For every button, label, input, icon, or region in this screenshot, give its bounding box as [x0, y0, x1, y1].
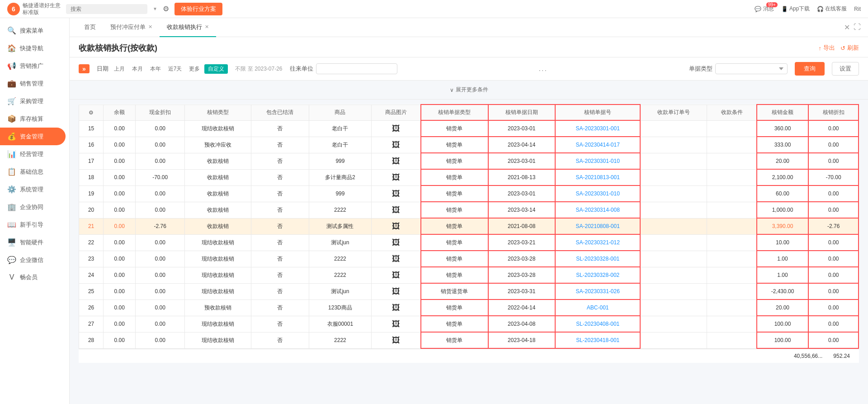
cell-goods: 999	[309, 185, 371, 202]
cell-no: 25	[79, 283, 104, 299]
cell-cancel-bill-date: 2023-03-14	[488, 202, 555, 218]
cell-cancel-bill-no[interactable]: SL-20230418-001	[555, 332, 640, 348]
cell-receipt-condition	[707, 218, 757, 234]
cell-cancel-bill-no[interactable]: SL-20230408-001	[555, 316, 640, 332]
cell-no: 28	[79, 332, 104, 348]
tab-prepay[interactable]: 预付冲应付单 ✕	[103, 18, 160, 37]
settings-button[interactable]: 设置	[832, 62, 859, 76]
refresh-button[interactable]: ↺ 刷新	[840, 44, 859, 52]
filter-collapse-btn[interactable]: »	[79, 64, 90, 73]
filter-counterpart-input[interactable]	[316, 63, 397, 74]
cell-cancel-bill-no[interactable]: SA-20210813-001	[555, 169, 640, 185]
chart-icon: 📊	[7, 150, 16, 158]
clipboard-icon: 📋	[7, 167, 16, 176]
tab-receipt-cancel[interactable]: 收款核销执行 ✕	[160, 18, 216, 37]
cell-include-settled: 否	[251, 234, 309, 251]
sidebar-item-marketing[interactable]: 📢 营销推广	[0, 57, 69, 75]
filter-tag-custom[interactable]: 自定义	[204, 64, 228, 74]
sidebar-item-finance[interactable]: 💰 资金管理	[0, 128, 66, 145]
cell-cancel-type: 现结收款核销	[185, 267, 251, 283]
logo: 6 畅捷通谱好生意 标准版	[7, 2, 61, 15]
sidebar-item-label: 畅会员	[20, 273, 38, 281]
cell-goods: 测试多属性	[309, 218, 371, 234]
sidebar-item-enterprise[interactable]: 🏢 企业协同	[0, 198, 69, 216]
cell-cancel-discount: 0.00	[808, 283, 859, 299]
cell-balance: 0.00	[104, 251, 136, 267]
cell-cancel-bill-no[interactable]: SA-20230321-012	[555, 234, 640, 251]
sidebar-item-quick-nav[interactable]: 🏠 快捷导航	[0, 39, 69, 57]
page-header: 收款核销执行(按收款) ↑ 导出 ↺ 刷新	[70, 37, 868, 57]
cell-cancel-bill-no[interactable]: ABC-001	[555, 299, 640, 316]
filter-expand-section: ∨ 展开更多条件	[70, 81, 868, 100]
cell-cash-discount: -70.00	[136, 169, 185, 185]
cell-cancel-type: 现结收款核销	[185, 283, 251, 299]
sidebar-item-smart-hw[interactable]: 🖥️ 智能硬件	[0, 233, 69, 251]
col-settings[interactable]: ⚙	[79, 105, 104, 120]
cell-cancel-bill-no[interactable]: SA-20230301-010	[555, 185, 640, 202]
cell-cancel-bill-no[interactable]: SA-20230414-017	[555, 137, 640, 153]
filter-tag-this-year[interactable]: 本年	[147, 64, 164, 74]
tab-receipt-cancel-label: 收款核销执行	[167, 23, 202, 31]
tab-prepay-close[interactable]: ✕	[148, 24, 152, 30]
filter-tag-more[interactable]: 更多	[186, 64, 203, 74]
filter-date-range: 不限 至 2023-07-26	[235, 65, 282, 73]
cell-cash-discount: -2.76	[136, 218, 185, 234]
cell-cancel-bill-no[interactable]: SA-20230301-010	[555, 153, 640, 169]
sidebar-item-guide[interactable]: 📖 新手引导	[0, 216, 69, 233]
cell-receipt-order-no	[640, 218, 707, 234]
sidebar-item-system[interactable]: ⚙️ 系统管理	[0, 181, 69, 198]
cell-cash-discount: 0.00	[136, 120, 185, 137]
sidebar-item-inventory[interactable]: 📦 库存核算	[0, 110, 69, 128]
cell-cancel-amount: 100.00	[757, 332, 809, 348]
close-window-icon[interactable]: ✕	[844, 23, 850, 32]
cell-cancel-discount: 0.00	[808, 332, 859, 348]
message-btn[interactable]: 💬 消息 99+	[755, 5, 774, 13]
gear-icon[interactable]: ⚙	[163, 5, 169, 13]
table-header-row: ⚙ 余额 现金折扣 核销类型 包含已结清 商品 商品图片 核销单据类型 核销单据…	[79, 105, 859, 120]
cell-cancel-amount: -2,430.00	[757, 283, 809, 299]
cell-goods-img: 🖼	[372, 169, 421, 185]
cell-cancel-bill-no[interactable]: SA-20230331-026	[555, 283, 640, 299]
expand-more-btn[interactable]: ∨ 展开更多条件	[447, 83, 491, 96]
cell-goods-img: 🖼	[372, 299, 421, 316]
brand-name: 畅捷通谱好生意 标准版	[23, 2, 61, 15]
table-area[interactable]: ⚙ 余额 现金折扣 核销类型 包含已结清 商品 商品图片 核销单据类型 核销单据…	[70, 100, 868, 404]
sidebar-item-member[interactable]: V 畅会员	[0, 269, 69, 286]
cell-cancel-amount: 3,390.00	[757, 218, 809, 234]
cell-no: 17	[79, 153, 104, 169]
table-row: 150.000.00现结收款核销否老白干🖼销货单2023-03-01SA-202…	[79, 120, 859, 137]
cell-goods-img: 🖼	[372, 185, 421, 202]
sidebar-item-operation[interactable]: 📊 经营管理	[0, 145, 69, 163]
sidebar-item-purchase[interactable]: 🛒 采购管理	[0, 92, 69, 110]
industry-btn[interactable]: 体验行业方案	[175, 3, 222, 15]
cell-receipt-condition	[707, 169, 757, 185]
export-button[interactable]: ↑ 导出	[819, 44, 835, 52]
tab-receipt-cancel-close[interactable]: ✕	[205, 24, 209, 30]
sidebar-item-search[interactable]: 🔍 搜索菜单	[0, 22, 69, 39]
search-input[interactable]	[66, 4, 147, 14]
filter-tag-7days[interactable]: 近7天	[165, 64, 185, 74]
filter-tag-this-month[interactable]: 本月	[129, 64, 146, 74]
cell-cancel-bill-type: 销货退货单	[421, 283, 488, 299]
tab-home[interactable]: 首页	[77, 18, 103, 37]
cell-goods: 2222	[309, 332, 371, 348]
cell-cash-discount: 0.00	[136, 299, 185, 316]
table-row: 240.000.00现结收款核销否2222🖼销货单2023-03-28SL-20…	[79, 267, 859, 283]
expand-window-icon[interactable]: ⛶	[854, 23, 861, 32]
filter-bill-type-select[interactable]	[715, 63, 788, 74]
filter-tag-last-month[interactable]: 上月	[111, 64, 127, 74]
cell-cancel-bill-no[interactable]: SA-20210808-001	[555, 218, 640, 234]
cell-cancel-bill-no[interactable]: SA-20230301-001	[555, 120, 640, 137]
cell-cancel-bill-no[interactable]: SA-20230314-008	[555, 202, 640, 218]
cell-cancel-discount: 0.00	[808, 137, 859, 153]
sidebar-item-sales[interactable]: 💼 销售管理	[0, 75, 69, 92]
online-service-btn[interactable]: 🎧 在线客服	[817, 5, 847, 13]
cell-cancel-discount: 0.00	[808, 316, 859, 332]
app-download-btn[interactable]: 📱 App下载	[781, 5, 810, 13]
query-button[interactable]: 查询	[795, 62, 825, 76]
sidebar-item-label: 库存核算	[20, 115, 43, 123]
cell-cancel-bill-no[interactable]: SL-20230328-001	[555, 251, 640, 267]
cell-cancel-bill-no[interactable]: SL-20230328-002	[555, 267, 640, 283]
sidebar-item-base-info[interactable]: 📋 基础信息	[0, 163, 69, 181]
sidebar-item-wechat[interactable]: 💬 企业微信	[0, 251, 69, 269]
